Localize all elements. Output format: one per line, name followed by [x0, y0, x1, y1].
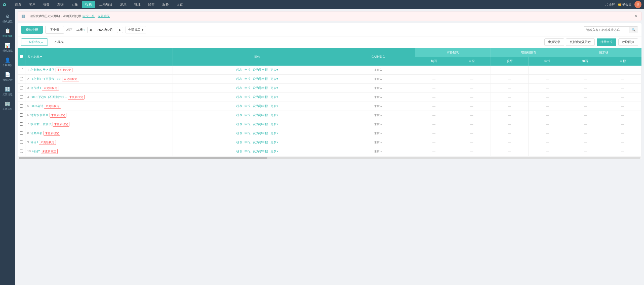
op-set-zero[interactable]: 设为零申报 — [253, 150, 268, 153]
op-declare[interactable]: 申报 — [245, 122, 251, 126]
row-name[interactable]: 科目2 — [32, 150, 40, 153]
row-name[interactable]: （勿删）江西脸宝-LSS — [30, 77, 61, 81]
op-more[interactable]: 更多▾ — [270, 68, 278, 72]
search-input[interactable] — [584, 27, 629, 33]
op-more[interactable]: 更多▾ — [270, 140, 278, 144]
sidebar-item-tax-overview[interactable]: 📊 报税总览 — [0, 40, 15, 55]
sidebar-item-calc-clear[interactable]: 🔢 汇算清缴 — [0, 84, 15, 99]
op-declare[interactable]: 申报 — [245, 77, 251, 81]
op-set-zero[interactable]: 设为零申报 — [253, 140, 268, 144]
op-declare[interactable]: 申报 — [245, 86, 251, 90]
collect-receipt-btn[interactable]: 收取回执 — [618, 38, 638, 46]
op-set-zero[interactable]: 设为零申报 — [253, 95, 268, 99]
nav-operation[interactable]: 经营 — [145, 1, 158, 8]
op-declare[interactable]: 申报 — [245, 140, 251, 144]
row-checkbox[interactable] — [20, 122, 23, 126]
op-tax-table[interactable]: 税表 — [236, 122, 242, 126]
sidebar-item-tax-records[interactable]: 📄 报税记录 — [0, 69, 15, 84]
sidebar-item-personal-tax[interactable]: 👤 个税申报 — [0, 55, 15, 69]
next-period-btn[interactable]: ▶ — [117, 27, 123, 33]
op-set-zero[interactable]: 设为零申报 — [253, 113, 268, 117]
report-summary-link[interactable]: 申报汇签 — [83, 14, 95, 18]
row-name[interactable]: 杨仙女工资测试 — [30, 122, 52, 126]
sidebar-item-tax-settings[interactable]: ⚙ 报税设置 — [0, 11, 15, 26]
row-checkbox[interactable] — [20, 113, 23, 117]
sub-tab-general[interactable]: 一般的纳税人 — [21, 38, 48, 46]
op-declare[interactable]: 申报 — [245, 104, 251, 108]
row-checkbox[interactable] — [20, 104, 23, 108]
op-declare[interactable]: 申报 — [245, 113, 251, 117]
sidebar-item-biz-annual[interactable]: 🏢 工商年报 — [0, 99, 15, 113]
row-checkbox[interactable] — [20, 77, 23, 80]
op-declare[interactable]: 申报 — [245, 150, 251, 153]
tab-zero-declaration[interactable]: 零申报 — [45, 26, 64, 34]
logo[interactable]: ✿ — [3, 2, 6, 7]
nav-invoice[interactable]: 票据 — [54, 1, 67, 8]
batch-declare-btn[interactable]: 批量申报 — [597, 38, 616, 46]
row-name[interactable]: 勿删新税网络通信 — [30, 68, 55, 72]
report-records-btn[interactable]: 申报记录 — [544, 38, 564, 46]
nav-service[interactable]: 服务 — [159, 1, 172, 8]
nav-client[interactable]: 客户 — [25, 1, 39, 8]
op-tax-table[interactable]: 税表 — [236, 131, 242, 135]
nav-settings[interactable]: 设置 — [173, 1, 186, 8]
buy-now-link[interactable]: 立即购买 — [98, 14, 110, 18]
row-checkbox[interactable] — [20, 95, 23, 99]
op-set-zero[interactable]: 设为零申报 — [253, 131, 268, 135]
search-button[interactable]: 🔍 — [629, 27, 638, 33]
row-name[interactable]: 辅助期初 — [30, 131, 43, 135]
select-all-checkbox[interactable] — [20, 55, 23, 58]
op-more[interactable]: 更多▾ — [270, 95, 278, 99]
op-set-zero[interactable]: 设为零申报 — [253, 68, 268, 72]
nav-manage[interactable]: 管理 — [131, 1, 144, 8]
staff-select[interactable]: 全部员工 ▾ — [126, 26, 146, 33]
row-checkbox[interactable] — [20, 140, 23, 144]
nav-message[interactable]: 消息 — [116, 1, 130, 8]
op-tax-table[interactable]: 税表 — [236, 140, 242, 144]
sidebar-item-batch-tax[interactable]: 📋 批量报税 — [0, 26, 15, 40]
row-name[interactable]: 科目1 — [30, 140, 38, 144]
op-declare[interactable]: 申报 — [245, 95, 251, 99]
row-checkbox[interactable] — [20, 68, 23, 71]
nav-bookkeeping[interactable]: 记账 — [68, 1, 81, 8]
op-more[interactable]: 更多▾ — [270, 86, 278, 90]
row-name[interactable]: 地方水利基金 — [30, 113, 49, 117]
sub-tab-small[interactable]: 小规模 — [50, 38, 68, 46]
tab-tax-declaration[interactable]: 税款申报 — [21, 26, 43, 34]
op-tax-table[interactable]: 税表 — [236, 86, 242, 90]
row-checkbox[interactable] — [20, 150, 23, 153]
op-set-zero[interactable]: 设为零申报 — [253, 104, 268, 108]
row-name[interactable]: 2013日记账（不要删除哈... — [30, 95, 67, 99]
op-declare[interactable]: 申报 — [245, 68, 251, 72]
op-tax-table[interactable]: 税表 — [236, 113, 242, 117]
user-avatar[interactable]: U — [634, 1, 641, 8]
update-tax-btn[interactable]: 更新税定及取数 — [566, 38, 595, 46]
nav-tax[interactable]: 报税 — [82, 1, 95, 8]
op-tax-table[interactable]: 税表 — [236, 104, 242, 108]
fullscreen-btn[interactable]: ⛶ 全屏 — [605, 3, 615, 7]
row-name[interactable]: 2007会计 — [30, 104, 43, 108]
op-more[interactable]: 更多▾ — [270, 113, 278, 117]
op-tax-table[interactable]: 税表 — [236, 150, 242, 153]
nav-fee[interactable]: 收费 — [39, 1, 53, 8]
op-more[interactable]: 更多▾ — [270, 77, 278, 81]
op-tax-table[interactable]: 税表 — [236, 68, 242, 72]
op-more[interactable]: 更多▾ — [270, 122, 278, 126]
op-tax-table[interactable]: 税表 — [236, 77, 242, 81]
op-more[interactable]: 更多▾ — [270, 104, 278, 108]
op-declare[interactable]: 申报 — [245, 131, 251, 135]
op-tax-table[interactable]: 税表 — [236, 95, 242, 99]
op-set-zero[interactable]: 设为零申报 — [253, 77, 268, 81]
row-checkbox[interactable] — [20, 86, 23, 89]
row-name[interactable]: 合作社1 — [30, 86, 41, 90]
banner-close-btn[interactable]: ✕ — [634, 14, 638, 19]
nav-home[interactable]: 首页 — [11, 1, 25, 8]
op-set-zero[interactable]: 设为零申报 — [253, 86, 268, 90]
op-more[interactable]: 更多▾ — [270, 150, 278, 153]
prev-period-btn[interactable]: ◀ — [87, 27, 93, 33]
row-checkbox[interactable] — [20, 131, 23, 135]
op-more[interactable]: 更多▾ — [270, 131, 278, 135]
nav-biz[interactable]: 工商项目 — [96, 1, 116, 8]
op-set-zero[interactable]: 设为零申报 — [253, 122, 268, 126]
horizontal-scrollbar[interactable] — [18, 156, 641, 159]
